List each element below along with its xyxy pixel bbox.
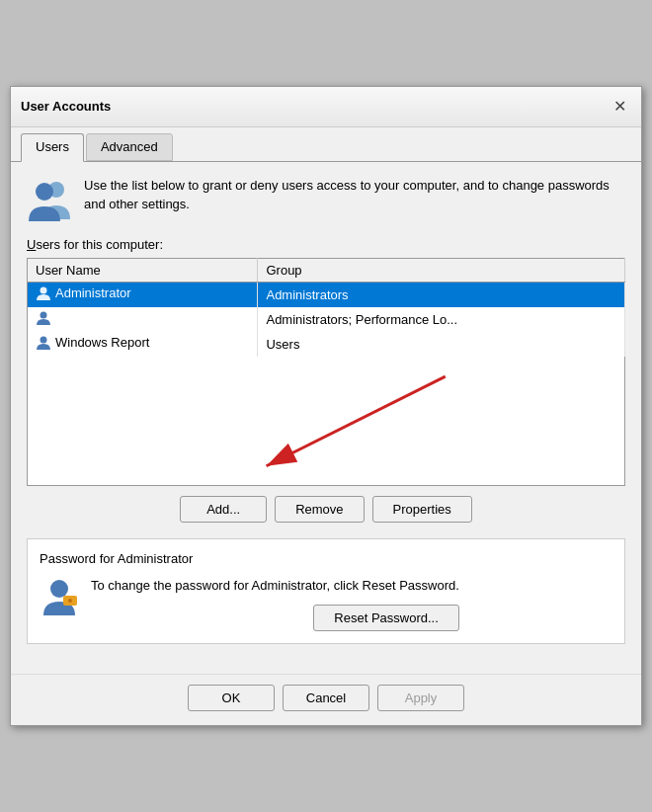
svg-point-3 xyxy=(41,311,47,318)
table-row[interactable]: Administrators; Performance Lo... xyxy=(28,307,625,332)
user-icon xyxy=(36,335,51,351)
window-title: User Accounts xyxy=(21,99,111,114)
add-button[interactable]: Add... xyxy=(180,496,267,523)
table-action-buttons: Add... Remove Properties xyxy=(27,496,625,523)
apply-button[interactable]: Apply xyxy=(377,685,464,711)
password-description: To change the password for Administrator… xyxy=(91,576,459,596)
table-row[interactable]: Administrator Administrators xyxy=(28,282,625,307)
tab-users[interactable]: Users xyxy=(21,133,84,162)
user-icon xyxy=(36,310,51,326)
svg-point-1 xyxy=(36,183,53,201)
user-accounts-dialog: User Accounts ✕ Users Advanced Use the l… xyxy=(10,86,642,727)
reset-password-row: Reset Password... xyxy=(91,605,459,631)
svg-point-9 xyxy=(68,599,72,603)
cell-username: Administrator xyxy=(28,282,258,307)
ok-button[interactable]: OK xyxy=(188,685,275,711)
main-content: Use the list below to grant or deny user… xyxy=(11,162,641,675)
col-header-username: User Name xyxy=(28,258,258,282)
arrow-indicator xyxy=(28,357,624,486)
svg-point-7 xyxy=(50,580,68,598)
properties-button[interactable]: Properties xyxy=(372,496,472,523)
users-section-label: Users for this computer: xyxy=(27,237,625,252)
user-table: User Name Group Administrator xyxy=(27,258,625,486)
empty-area xyxy=(28,357,624,485)
remove-button[interactable]: Remove xyxy=(275,496,364,523)
info-section: Use the list below to grant or deny user… xyxy=(27,176,625,221)
title-bar: User Accounts ✕ xyxy=(11,87,641,127)
table-empty-row xyxy=(28,357,625,486)
info-text: Use the list below to grant or deny user… xyxy=(84,176,625,214)
cell-username: Windows Report xyxy=(28,332,258,357)
reset-password-button[interactable]: Reset Password... xyxy=(313,605,459,631)
svg-line-6 xyxy=(267,376,446,466)
password-section: Password for Administrator To change the… xyxy=(27,538,625,645)
cell-group: Administrators xyxy=(258,282,625,307)
col-header-group: Group xyxy=(258,258,625,282)
password-icon xyxy=(40,576,79,615)
cell-group: Administrators; Performance Lo... xyxy=(258,307,625,332)
table-row[interactable]: Windows Report Users xyxy=(28,332,625,357)
close-button[interactable]: ✕ xyxy=(608,95,631,119)
password-inner: To change the password for Administrator… xyxy=(40,576,612,632)
password-section-title: Password for Administrator xyxy=(40,551,612,566)
user-icon xyxy=(36,285,51,301)
users-icon xyxy=(27,176,72,221)
tab-bar: Users Advanced xyxy=(11,127,641,162)
cell-group: Users xyxy=(258,332,625,357)
dialog-footer: OK Cancel Apply xyxy=(11,674,641,725)
cell-username xyxy=(28,307,258,332)
tab-advanced[interactable]: Advanced xyxy=(86,133,173,161)
svg-point-4 xyxy=(41,336,47,343)
table-header-row: User Name Group xyxy=(28,258,625,282)
cancel-button[interactable]: Cancel xyxy=(283,685,369,711)
svg-point-2 xyxy=(41,286,47,293)
